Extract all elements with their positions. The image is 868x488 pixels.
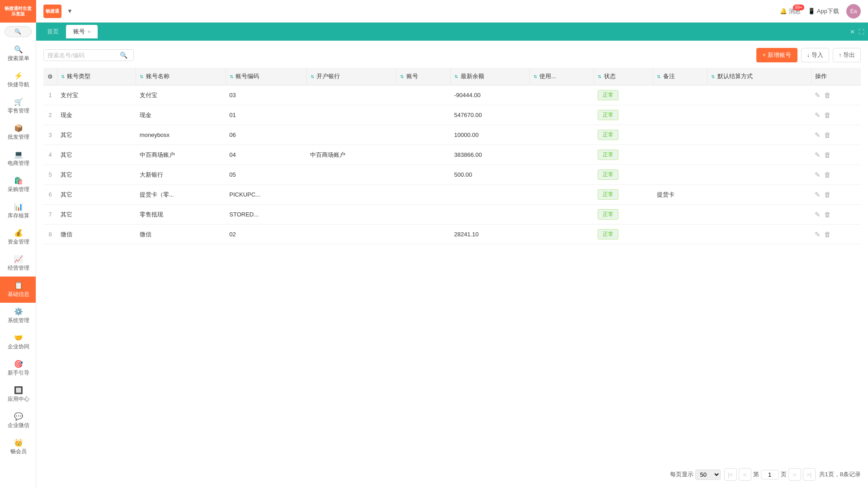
edit-icon[interactable]: ✎ xyxy=(815,191,821,199)
toolbar-right: + 新增账号 ↓ 导入 ↑ 导出 xyxy=(756,48,861,62)
page-size-dropdown[interactable]: 50 100 200 xyxy=(695,469,721,480)
inventory-icon: 📊 xyxy=(14,202,23,211)
delete-icon[interactable]: 🗑 xyxy=(824,230,831,238)
search-box[interactable]: 🔍 xyxy=(43,49,134,61)
col-usage[interactable]: ⇅ 使用... xyxy=(529,68,594,85)
basic-info-icon: 📋 xyxy=(14,281,23,290)
sidebar-item-finance-mgmt[interactable]: 💰 资金管理 xyxy=(0,224,36,250)
sidebar-item-ops-mgmt[interactable]: 📈 经营管理 xyxy=(0,250,36,277)
delete-icon[interactable]: 🗑 xyxy=(824,111,831,119)
delete-icon[interactable]: 🗑 xyxy=(824,211,831,218)
sidebar-item-search-menu[interactable]: 🔍 搜索菜单 xyxy=(0,41,36,67)
sidebar-item-basic-info[interactable]: 📋 基础信息 xyxy=(0,277,36,303)
sidebar-item-label: 应用中心 xyxy=(8,395,29,403)
row-code: 01 xyxy=(226,105,307,125)
tab-account-label: 账号 xyxy=(73,28,85,36)
sort-icon-type: ⇅ xyxy=(61,74,65,79)
sidebar-item-corp-agreement[interactable]: 🤝 企业协同 xyxy=(0,329,36,355)
sidebar-item-wholesale-mgmt[interactable]: 📦 批发管理 xyxy=(0,119,36,145)
col-status[interactable]: ⇅ 状态 xyxy=(594,68,653,85)
row-note xyxy=(653,85,708,105)
ops-icon: 📈 xyxy=(14,255,23,263)
row-balance: 10000.00 xyxy=(451,125,530,145)
sidebar-item-quick-nav[interactable]: ⚡ 快捷导航 xyxy=(0,67,36,93)
row-actions: ✎ 🗑 xyxy=(811,225,861,244)
import-button[interactable]: ↓ 导入 xyxy=(801,48,829,62)
maximize-window-icon[interactable]: ⛶ xyxy=(859,28,864,35)
app-download-button[interactable]: 📱 App下载 xyxy=(808,7,839,15)
edit-icon[interactable]: ✎ xyxy=(815,131,821,139)
search-input[interactable] xyxy=(47,52,120,59)
table-row: 4 其它 中百商场账户 04 中百商场账户 383866.00 正常 ✎ 🗑 xyxy=(43,145,861,165)
edit-icon[interactable]: ✎ xyxy=(815,171,821,179)
prev-page-button[interactable]: < xyxy=(739,468,751,481)
col-type[interactable]: ⇅ 账号类型 xyxy=(57,68,136,85)
delete-icon[interactable]: 🗑 xyxy=(824,171,831,178)
sidebar-item-ecommerce-mgmt[interactable]: 💻 电商管理 xyxy=(0,145,36,172)
sidebar-item-vip-member[interactable]: 👑 畅会员 xyxy=(0,434,36,460)
sidebar-item-retail-mgmt[interactable]: 🛒 零售管理 xyxy=(0,93,36,119)
sidebar-item-corp-wechat[interactable]: 💬 企业微信 xyxy=(0,408,36,434)
col-account[interactable]: ⇅ 账号 xyxy=(396,68,451,85)
tab-account[interactable]: 账号 × xyxy=(66,25,98,38)
col-settings[interactable]: ⚙ xyxy=(43,68,57,85)
edit-icon[interactable]: ✎ xyxy=(815,91,821,99)
sidebar-item-sys-mgmt[interactable]: ⚙️ 系统管理 xyxy=(0,303,36,329)
notification-button[interactable]: 🔔 消息 99+ xyxy=(780,7,801,15)
col-note[interactable]: ⇅ 备注 xyxy=(653,68,708,85)
status-badge: 正常 xyxy=(598,229,618,239)
delete-icon[interactable]: 🗑 xyxy=(824,91,831,99)
delete-icon[interactable]: 🗑 xyxy=(824,131,831,139)
user-avatar[interactable]: Ea xyxy=(846,4,861,19)
col-code[interactable]: ⇅ 账号编码 xyxy=(226,68,307,85)
last-page-button[interactable]: >| xyxy=(803,468,816,481)
settings-icon: ⚙ xyxy=(47,73,53,80)
ecommerce-icon: 💻 xyxy=(14,150,23,159)
col-settlement[interactable]: ⇅ 默认结算方式 xyxy=(707,68,811,85)
sidebar-search-box[interactable]: 🔍 xyxy=(5,26,32,37)
next-page-button[interactable]: > xyxy=(788,468,801,481)
status-badge: 正常 xyxy=(598,169,618,180)
table-row: 6 其它 提货卡（零... PICKUPC... 正常 提货卡 ✎ 🗑 xyxy=(43,185,861,205)
edit-icon[interactable]: ✎ xyxy=(815,151,821,159)
sidebar-logo: 畅捷通时生意 乐意版 xyxy=(0,0,36,23)
row-type: 其它 xyxy=(57,185,136,205)
add-account-button[interactable]: + 新增账号 xyxy=(756,48,797,62)
account-table: ⚙ ⇅ 账号类型 ⇅ 账号名称 ⇅ 账号编码 xyxy=(43,68,861,244)
col-name[interactable]: ⇅ 账号名称 xyxy=(136,68,226,85)
tab-home[interactable]: 首页 xyxy=(40,25,66,38)
first-page-button[interactable]: |< xyxy=(724,468,737,481)
delete-icon[interactable]: 🗑 xyxy=(824,151,831,159)
delete-icon[interactable]: 🗑 xyxy=(824,191,831,198)
account-table-container: ⚙ ⇅ 账号类型 ⇅ 账号名称 ⇅ 账号编码 xyxy=(43,68,861,463)
row-type: 其它 xyxy=(57,145,136,165)
col-balance[interactable]: ⇅ 最新余额 xyxy=(451,68,530,85)
row-balance xyxy=(451,185,530,205)
row-status: 正常 xyxy=(594,225,653,244)
sidebar-item-purchase-mgmt[interactable]: 🛍️ 采购管理 xyxy=(0,172,36,198)
row-code: 06 xyxy=(226,125,307,145)
topbar-dropdown[interactable]: ▼ xyxy=(67,8,73,14)
row-actions: ✎ 🗑 xyxy=(811,85,861,105)
sort-icon-account: ⇅ xyxy=(400,74,404,79)
row-name: 支付宝 xyxy=(136,85,226,105)
row-status: 正常 xyxy=(594,125,653,145)
close-window-icon[interactable]: ✕ xyxy=(850,28,855,35)
row-balance: 383866.00 xyxy=(451,145,530,165)
page-label: 第 xyxy=(753,470,759,479)
new-guide-icon: 🎯 xyxy=(14,360,23,368)
tab-close-icon[interactable]: × xyxy=(88,29,90,34)
row-actions: ✎ 🗑 xyxy=(811,105,861,125)
edit-icon[interactable]: ✎ xyxy=(815,211,821,219)
edit-icon[interactable]: ✎ xyxy=(815,230,821,239)
page-number-input[interactable] xyxy=(761,470,779,479)
sidebar-item-new-guide[interactable]: 🎯 新手引导 xyxy=(0,355,36,381)
sidebar-item-app-center[interactable]: 🔲 应用中心 xyxy=(0,381,36,408)
export-button[interactable]: ↑ 导出 xyxy=(833,48,861,62)
edit-icon[interactable]: ✎ xyxy=(815,111,821,119)
col-bank-label: 开户银行 xyxy=(316,73,340,80)
col-bank[interactable]: ⇅ 开户银行 xyxy=(307,68,396,85)
sidebar-item-inventory[interactable]: 📊 库存核算 xyxy=(0,198,36,224)
corp-wechat-icon: 💬 xyxy=(14,412,23,421)
row-name: 大新银行 xyxy=(136,165,226,185)
